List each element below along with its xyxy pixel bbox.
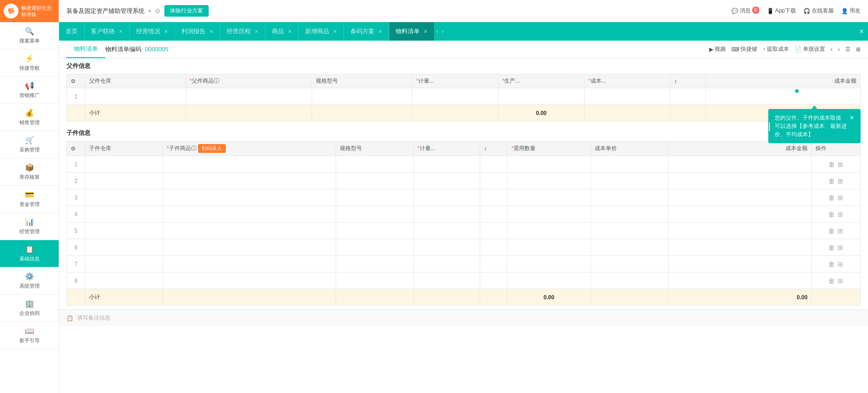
delete-icon-8[interactable]: 🗑 (828, 277, 835, 284)
parent-row-1-warehouse[interactable] (85, 88, 186, 105)
tab-history-close[interactable]: ✕ (254, 29, 259, 35)
child-row-6-cost-amount[interactable] (668, 239, 811, 256)
tab-goods-close[interactable]: ✕ (288, 29, 292, 35)
child-row-5-goods[interactable] (163, 223, 336, 239)
child-row-5-cost-amount[interactable] (668, 223, 811, 239)
child-row-4-cost-amount[interactable] (668, 206, 811, 223)
child-row-1-quantity[interactable] (507, 156, 591, 173)
child-row-5-spec[interactable] (336, 223, 413, 239)
tab-bom-close[interactable]: ✕ (423, 29, 428, 35)
sidebar-item-system[interactable]: ⚙️ 系统管理 (0, 267, 59, 295)
tab-history[interactable]: 经营历程 ✕ (220, 22, 265, 41)
sidebar-item-enterprise[interactable]: 🏢 企业协同 (0, 295, 59, 322)
menu-icon[interactable]: ☰ (845, 46, 850, 53)
child-row-2-unit-price[interactable] (591, 173, 668, 189)
child-row-2-goods[interactable] (163, 173, 336, 189)
child-row-3-unit[interactable] (414, 189, 480, 206)
tab-customer[interactable]: 客户联络 ✕ (84, 22, 130, 41)
child-row-6-unit-price[interactable] (591, 239, 668, 256)
sidebar-item-inventory[interactable]: 📦 库存核算 (0, 158, 59, 186)
child-row-3-spec[interactable] (336, 189, 413, 206)
nav-right-arrow[interactable]: › (440, 28, 446, 35)
sidebar-item-guide[interactable]: 📖 新手引导 (0, 322, 59, 349)
nav-next-button[interactable]: › (838, 46, 840, 53)
message-button[interactable]: 💬 消息 6 (731, 7, 760, 15)
nav-prev-button[interactable]: ‹ (831, 46, 832, 53)
sidebar-item-finance[interactable]: 💳 资金管理 (0, 186, 59, 213)
child-row-7-unit-price[interactable] (591, 256, 668, 272)
child-row-5-quantity[interactable] (507, 223, 591, 239)
child-row-3-goods[interactable] (163, 189, 336, 206)
tab-operations[interactable]: 经营情况 ✕ (130, 22, 175, 41)
tab-home[interactable]: 首页 (59, 22, 84, 41)
sidebar-item-basic-info[interactable]: 📋 基础信息 (0, 240, 59, 267)
single-setting-button[interactable]: 📄 单据设置 (795, 45, 825, 53)
child-row-4-spec[interactable] (336, 206, 413, 223)
sidebar-item-operations[interactable]: 📊 经营管理 (0, 213, 59, 240)
online-service-button[interactable]: 🎧 在线客服 (803, 7, 834, 15)
child-row-2-cost-amount[interactable] (668, 173, 811, 189)
child-row-5-unit[interactable] (414, 223, 480, 239)
trial-button[interactable]: 体验行业方案 (164, 5, 209, 17)
copy-icon-5[interactable]: ⊞ (838, 227, 843, 235)
copy-icon-7[interactable]: ⊞ (838, 260, 843, 268)
delete-icon-1[interactable]: 🗑 (828, 161, 835, 168)
delete-icon-6[interactable]: 🗑 (828, 244, 835, 251)
child-row-7-goods[interactable] (163, 256, 336, 272)
delete-icon-5[interactable]: 🗑 (828, 227, 835, 235)
child-row-4-quantity[interactable] (507, 206, 591, 223)
delete-icon-7[interactable]: 🗑 (828, 260, 835, 268)
sidebar-item-sales[interactable]: 💰 销售管理 (0, 104, 59, 131)
child-row-4-goods[interactable] (163, 206, 336, 223)
parent-row-1-unit[interactable] (412, 88, 498, 105)
scan-button[interactable]: 扫码录入 (198, 144, 226, 153)
child-row-4-unit-price[interactable] (591, 206, 668, 223)
child-row-5-unit-price[interactable] (591, 223, 668, 239)
child-row-1-warehouse[interactable] (85, 156, 163, 173)
child-row-8-unit[interactable] (414, 272, 480, 289)
parent-row-1-spec[interactable] (312, 88, 412, 105)
parent-row-1-goods[interactable] (186, 88, 312, 105)
tab-profit[interactable]: 利润报告 ✕ (175, 22, 220, 41)
child-row-1-cost-amount[interactable] (668, 156, 811, 173)
child-row-7-unit[interactable] (414, 256, 480, 272)
tab-goods[interactable]: 商品 ✕ (265, 22, 299, 41)
child-row-8-spec[interactable] (336, 272, 413, 289)
parent-row-1-produce[interactable] (498, 88, 584, 105)
child-row-8-warehouse[interactable] (85, 272, 163, 289)
sidebar-item-marketing[interactable]: 📢 营销推广 (0, 77, 59, 104)
child-row-8-goods[interactable] (163, 272, 336, 289)
nav-left-arrow[interactable]: ‹ (434, 28, 440, 35)
copy-icon-2[interactable]: ⊞ (838, 177, 843, 185)
parent-row-1-cost[interactable] (584, 88, 670, 105)
tab-customer-close[interactable]: ✕ (119, 29, 123, 35)
child-row-7-spec[interactable] (336, 256, 413, 272)
child-row-7-quantity[interactable] (507, 256, 591, 272)
tooltip-close-button[interactable]: ✕ (850, 114, 854, 122)
child-row-3-warehouse[interactable] (85, 189, 163, 206)
child-row-6-spec[interactable] (336, 239, 413, 256)
close-all-button[interactable]: ✕ (855, 28, 868, 35)
note-text[interactable]: 填写备注信息 (77, 314, 110, 322)
copy-icon-6[interactable]: ⊞ (838, 244, 843, 251)
copy-icon-1[interactable]: ⊞ (838, 161, 843, 168)
sidebar-item-search[interactable]: 🔍 搜索菜单 (0, 22, 59, 49)
sidebar-item-quick-nav[interactable]: ⚡ 快捷导航 (0, 49, 59, 77)
copy-icon-8[interactable]: ⊞ (838, 277, 843, 284)
delete-icon-3[interactable]: 🗑 (828, 194, 835, 201)
tab-new-goods-close[interactable]: ✕ (333, 29, 337, 35)
child-row-6-goods[interactable] (163, 239, 336, 256)
parent-row-1-cost-amount[interactable] (706, 88, 861, 105)
sidebar-item-purchase[interactable]: 🛒 采购管理 (0, 131, 59, 158)
child-row-1-spec[interactable] (336, 156, 413, 173)
child-row-4-unit[interactable] (414, 206, 480, 223)
child-row-6-warehouse[interactable] (85, 239, 163, 256)
tab-operations-close[interactable]: ✕ (164, 29, 168, 35)
child-row-1-unit[interactable] (414, 156, 480, 173)
child-row-8-cost-amount[interactable] (668, 272, 811, 289)
tab-bom[interactable]: 物料清单 ✕ (389, 22, 434, 41)
extract-cost-button[interactable]: ↑ 提取成本 (763, 45, 789, 53)
copy-icon-3[interactable]: ⊞ (838, 194, 843, 201)
child-row-7-cost-amount[interactable] (668, 256, 811, 272)
child-row-1-unit-price[interactable] (591, 156, 668, 173)
